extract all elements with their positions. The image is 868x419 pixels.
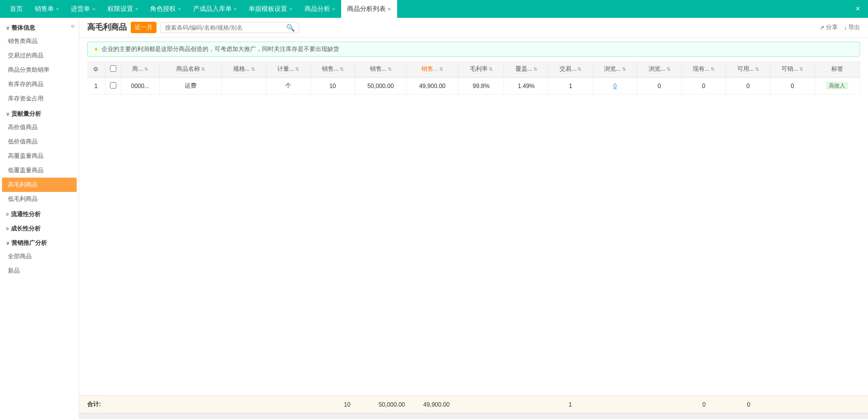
col-spec[interactable]: 规格...⇅: [222, 61, 266, 78]
sidebar-item-0-0[interactable]: 销售类商品: [0, 34, 79, 48]
data-table-wrap: ⚙ 商...⇅ 商品名称⇅ 规格...⇅: [87, 61, 860, 395]
nav-item-label-4: 角色授权: [150, 4, 176, 13]
sidebar-item-1-2[interactable]: 高覆盖量商品: [0, 149, 79, 163]
sidebar-item-1-3[interactable]: 低覆盖量商品: [0, 163, 79, 178]
row-checkbox[interactable]: [110, 82, 116, 89]
col-salesprofit[interactable]: 销售...⇅: [407, 61, 458, 78]
sidebar-group-2: >流通性分析: [0, 206, 79, 221]
export-button[interactable]: ↓ 导出: [844, 23, 860, 32]
col-trade[interactable]: 交易...⇅: [549, 61, 593, 78]
sidebar-group-label-1: 贡献量分析: [11, 110, 41, 118]
total-available: 0: [726, 401, 771, 408]
sidebar-collapse-button[interactable]: «: [71, 22, 75, 30]
sidebar: « ∨整体信息销售类商品交易过的商品商品分类助销率有库存的商品库存资金占用∨贡献…: [0, 18, 79, 419]
sidebar-group-4: ∨营销推广分析全部商品新品: [0, 235, 79, 278]
cell-salesprofit: 49,900.00: [407, 78, 458, 94]
nav-item-6[interactable]: 单据模板设置 ×: [243, 0, 298, 18]
col-coverage[interactable]: 覆盖...⇅: [504, 61, 549, 78]
select-all-checkbox[interactable]: [110, 65, 116, 72]
sidebar-group-title-4[interactable]: ∨营销推广分析: [0, 235, 79, 249]
sidebar-item-1-5[interactable]: 低毛利商品: [0, 192, 79, 206]
sort-icon-salesqty: ⇅: [340, 66, 344, 72]
sidebar-group-title-1[interactable]: ∨贡献量分析: [0, 106, 79, 120]
table-row: 10000...运费个1050,000.0049,900.0099.8%1.49…: [87, 78, 860, 94]
sort-icon-coverage: ⇅: [533, 66, 537, 72]
export-label: 导出: [848, 23, 860, 32]
sidebar-item-1-1[interactable]: 低价值商品: [0, 135, 79, 149]
col-code-label: 商...: [132, 65, 143, 73]
cell-view1[interactable]: 0: [593, 78, 637, 94]
nav-close-3[interactable]: ×: [135, 6, 138, 12]
col-settings[interactable]: ⚙: [87, 61, 105, 78]
data-table: ⚙ 商...⇅ 商品名称⇅ 规格...⇅: [87, 61, 860, 94]
cell-salesamt: 50,000.00: [355, 78, 407, 94]
sidebar-item-0-4[interactable]: 库存资金占用: [0, 92, 79, 106]
sidebar-item-0-3[interactable]: 有库存的商品: [0, 77, 79, 92]
nav-close-4[interactable]: ×: [178, 6, 181, 12]
col-current[interactable]: 现有...⇅: [681, 61, 726, 78]
nav-item-label-1: 销售单: [35, 4, 54, 13]
nav-item-0[interactable]: 首页: [4, 0, 29, 18]
nav-close-8[interactable]: ×: [388, 6, 391, 12]
nav-close-6[interactable]: ×: [289, 6, 292, 12]
sort-icon-current: ⇅: [711, 66, 715, 72]
sort-icon-unit: ⇅: [295, 66, 299, 72]
total-trade: 1: [548, 401, 593, 408]
window-close-button[interactable]: ×: [852, 4, 864, 13]
sidebar-item-4-0[interactable]: 全部商品: [0, 249, 79, 264]
col-unit[interactable]: 计量...⇅: [266, 61, 310, 78]
cell-grossmargin: 99.8%: [458, 78, 504, 94]
share-button[interactable]: ↗ 分享: [819, 23, 838, 32]
sidebar-item-4-1[interactable]: 新品: [0, 264, 79, 278]
sidebar-group-title-0[interactable]: ∨整体信息: [0, 20, 79, 34]
col-salesamt[interactable]: 销售...⇅: [355, 61, 407, 78]
search-icon[interactable]: 🔍: [286, 24, 295, 32]
nav-item-1[interactable]: 销售单 ×: [29, 0, 65, 18]
col-checkbox[interactable]: [105, 61, 121, 78]
col-grossmargin[interactable]: 毛利率⇅: [458, 61, 504, 78]
main-layout: « ∨整体信息销售类商品交易过的商品商品分类助销率有库存的商品库存资金占用∨贡献…: [0, 18, 868, 419]
nav-item-label-3: 权限设置: [107, 4, 133, 13]
footer-total: 合计: 10 50,000.00 49,900.00 1 0 0: [79, 395, 868, 413]
nav-close-7[interactable]: ×: [332, 6, 335, 12]
bottom-scrollbar[interactable]: [79, 413, 868, 419]
nav-close-5[interactable]: ×: [234, 6, 237, 12]
sidebar-group-label-3: 成长性分析: [11, 225, 41, 233]
col-saleable[interactable]: 可销...⇅: [770, 61, 815, 78]
nav-item-8[interactable]: 商品分析列表 ×: [341, 0, 397, 18]
sort-icon-salesamt: ⇅: [388, 66, 392, 72]
nav-item-2[interactable]: 进货单 ×: [65, 0, 101, 18]
nav-item-label-7: 商品分析: [305, 4, 330, 13]
sidebar-group-title-3[interactable]: >成长性分析: [0, 221, 79, 235]
time-filter-button[interactable]: 近一月: [131, 22, 156, 33]
cell-checkbox[interactable]: [105, 78, 121, 94]
sidebar-item-0-1[interactable]: 交易过的商品: [0, 48, 79, 63]
cell-tag: 高收入: [815, 78, 860, 94]
nav-close-2[interactable]: ×: [92, 6, 95, 12]
sort-icon-name: ⇅: [201, 66, 205, 72]
col-view2[interactable]: 浏览...⇅: [637, 61, 682, 78]
col-name[interactable]: 商品名称⇅: [159, 61, 222, 78]
sidebar-group-title-2[interactable]: >流通性分析: [0, 206, 79, 221]
nav-item-7[interactable]: 商品分析 ×: [299, 0, 341, 18]
search-input[interactable]: [165, 24, 286, 31]
col-available[interactable]: 可用...⇅: [726, 61, 770, 78]
nav-item-4[interactable]: 角色授权 ×: [144, 0, 187, 18]
nav-close-1[interactable]: ×: [56, 6, 59, 12]
sidebar-item-0-2[interactable]: 商品分类助销率: [0, 63, 79, 77]
col-view1[interactable]: 浏览...⇅: [593, 61, 637, 78]
nav-item-5[interactable]: 产成品入库单 ×: [187, 0, 243, 18]
tag-label: 高收入: [826, 82, 848, 90]
sort-icon-view1: ⇅: [622, 66, 626, 72]
col-current-label: 现有...: [693, 65, 710, 73]
col-tag-label: 标签: [831, 65, 843, 72]
nav-item-3[interactable]: 权限设置 ×: [102, 0, 144, 18]
col-salesqty[interactable]: 销售...⇅: [310, 61, 355, 78]
sort-icon-code: ⇅: [144, 66, 148, 72]
cell-view1-link[interactable]: 0: [613, 83, 617, 90]
sidebar-group-arrow-3: >: [6, 226, 9, 232]
col-code[interactable]: 商...⇅: [121, 61, 159, 78]
info-banner: ✦ 企业的主要的利润都是这部分商品创造的，可考虑加大推广，同时关注库存是不要出现…: [87, 42, 860, 57]
sidebar-item-1-4[interactable]: 高毛利商品: [2, 178, 77, 192]
sidebar-item-1-0[interactable]: 高价值商品: [0, 120, 79, 135]
